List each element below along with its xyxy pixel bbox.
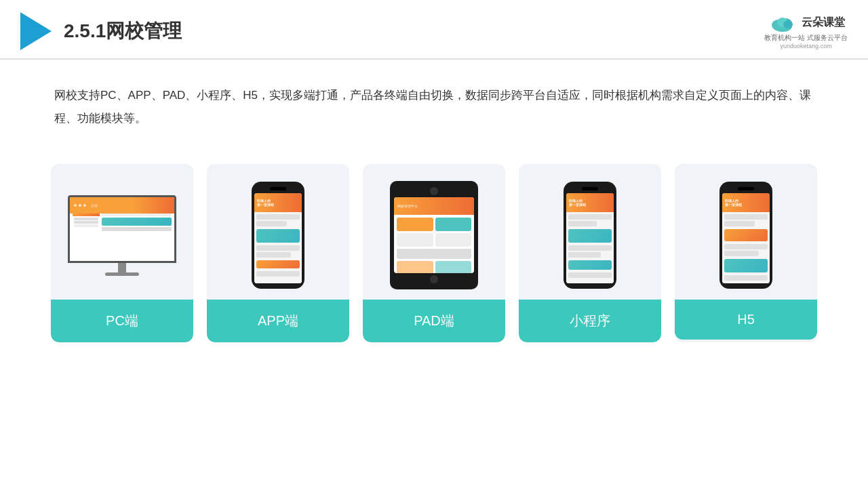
phone-notch [270,187,286,190]
pad-label: PAD端 [363,300,505,342]
tablet-screen-top: 网校管理平台 [394,197,474,215]
cards-section: 云朵 职场人的第一堂课程 [0,150,868,356]
cloud-icon [768,13,797,32]
tablet-bottom-btn [430,275,438,283]
logo-triangle-icon [20,12,52,50]
header-left: 2.5.1网校管理 [20,12,182,50]
miniprogram-label: 小程序 [519,300,661,342]
miniprogram-card: 职场人的第一堂课程 小程序 [519,164,661,342]
tablet-screen: 网校管理平台 [394,197,474,273]
pc-image-area: 云朵 职场人的第一堂课程 [51,164,193,300]
page-title: 2.5.1网校管理 [64,18,182,44]
pad-image-area: 网校管理平台 [363,164,505,300]
miniprogram-notch [582,187,598,190]
brand-tagline-text: 教育机构一站 式服务云平台 [764,34,848,41]
h5-phone-icon: 职场人的第一堂课程 [719,182,772,289]
h5-image-area: 职场人的第一堂课程 [675,164,817,300]
brand-url: yunduoketang.com [781,43,832,49]
h5-label: H5 [675,300,817,340]
miniprogram-phone-icon: 职场人的第一堂课程 [564,182,616,289]
app-phone-icon: 职场人的第一堂课程 [252,182,304,289]
h5-screen-body [722,212,770,283]
miniprogram-screen: 职场人的第一堂课程 [566,193,614,283]
miniprogram-screen-body [566,212,614,283]
phone-screen-top: 职场人的第一堂课程 [254,193,302,212]
miniprogram-image-area: 职场人的第一堂课程 [519,164,661,300]
pc-monitor-icon: 云朵 职场人的第一堂课程 [68,195,176,276]
phone-screen: 职场人的第一堂课程 [254,193,302,283]
brand-tagline: 教育机构一站 式服务云平台 [764,33,848,43]
monitor-screen: 云朵 职场人的第一堂课程 [68,195,176,263]
pad-card: 网校管理平台 PAD端 [363,164,505,342]
app-label: APP端 [207,300,349,342]
brand-cloud: 云朵课堂 [768,13,845,32]
brand-name: 云朵课堂 [802,16,845,30]
h5-notch [738,187,754,190]
tablet-home-btn [430,187,438,195]
h5-card: 职场人的第一堂课程 H5 [675,164,817,342]
h5-screen: 职场人的第一堂课程 [722,193,770,283]
pad-tablet-icon: 网校管理平台 [390,181,478,289]
phone-screen-body [254,212,302,283]
brand-logo: 云朵课堂 教育机构一站 式服务云平台 yunduoketang.com [764,13,848,49]
miniprogram-screen-top: 职场人的第一堂课程 [566,193,614,212]
pc-label: PC端 [51,300,193,342]
app-image-area: 职场人的第一堂课程 [207,164,349,300]
description-text: 网校支持PC、APP、PAD、小程序、H5，实现多端打通，产品各终端自由切换，数… [0,60,868,144]
h5-screen-top: 职场人的第一堂课程 [722,193,770,212]
pc-card: 云朵 职场人的第一堂课程 [51,164,193,342]
app-card: 职场人的第一堂课程 APP端 [207,164,349,342]
header: 2.5.1网校管理 云朵课堂 教育机构一站 式服务云平台 yunduoketan… [0,0,868,60]
svg-point-4 [783,20,793,28]
tablet-screen-body [394,215,474,273]
